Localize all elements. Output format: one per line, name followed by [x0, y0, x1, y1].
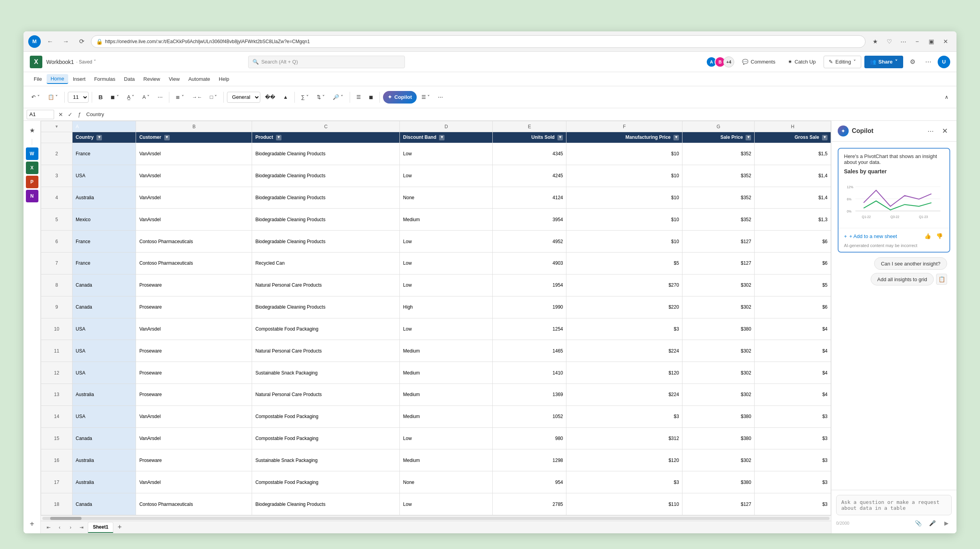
insert-function-button[interactable]: ƒ — [75, 110, 84, 119]
table-row[interactable]: 6FranceContoso PharmaceuticalsBiodegrada… — [41, 231, 831, 253]
table-row[interactable]: 2FranceVanArsdelBiodegradable Cleaning P… — [41, 143, 831, 165]
table-cell[interactable]: Medium — [400, 362, 493, 384]
table-row[interactable]: 5MexicoVanArsdelBiodegradable Cleaning P… — [41, 209, 831, 231]
table-cell[interactable]: 1052 — [493, 405, 566, 427]
table-row[interactable]: 10USAVanArsdelCompostable Food Packaging… — [41, 318, 831, 340]
table-cell[interactable]: $312 — [566, 427, 682, 449]
table-cell[interactable]: 1410 — [493, 362, 566, 384]
table-cell[interactable]: $10 — [566, 209, 682, 231]
table-cell[interactable]: $4 — [755, 362, 831, 384]
table-cell[interactable]: $3 — [755, 471, 831, 493]
table-cell[interactable]: Proseware — [136, 296, 252, 318]
table-cell[interactable]: High — [400, 296, 493, 318]
col-header-b[interactable]: B — [136, 121, 252, 132]
table-cell[interactable]: $10 — [566, 187, 682, 209]
table-row[interactable]: 4AustraliaVanArsdelBiodegradable Cleanin… — [41, 187, 831, 209]
table-cell[interactable]: $110 — [566, 493, 682, 515]
table-row[interactable]: 9CanadaProsewareBiodegradable Cleaning P… — [41, 296, 831, 318]
font-color-button[interactable]: A ˅ — [139, 90, 153, 104]
bold-button[interactable]: B — [95, 90, 106, 104]
filter-icon-customer[interactable]: ▼ — [164, 135, 170, 140]
browser-minimize-button[interactable]: − — [911, 35, 924, 48]
col-header-gross[interactable]: Gross Sale ▼ — [755, 132, 831, 143]
col-header-e[interactable]: E — [493, 121, 566, 132]
table-cell[interactable]: 1254 — [493, 318, 566, 340]
table-cell[interactable]: Biodegradable Cleaning Products — [252, 187, 400, 209]
table-cell[interactable]: VanArsdel — [136, 209, 252, 231]
menu-formulas[interactable]: Formulas — [90, 75, 119, 84]
sort-button[interactable]: ⇅ ˅ — [314, 90, 328, 104]
menu-automate[interactable]: Automate — [184, 75, 214, 84]
add-sheet-button[interactable]: + — [115, 523, 124, 532]
undo-button[interactable]: ↶ ˅ — [28, 90, 43, 104]
table-cell[interactable]: Medium — [400, 340, 493, 362]
table-cell[interactable]: $1,4 — [755, 187, 831, 209]
table-cell[interactable]: 4245 — [493, 165, 566, 187]
browser-refresh-button[interactable]: ⟳ — [75, 35, 88, 48]
font-size-select[interactable]: 11 — [68, 92, 89, 103]
view-toggle-btn[interactable]: ☰ ˅ — [418, 90, 434, 104]
col-header-units[interactable]: Units Sold ▼ — [493, 132, 566, 143]
table-cell[interactable]: VanArsdel — [136, 143, 252, 165]
table-row[interactable]: 17AustraliaVanArsdelCompostable Food Pac… — [41, 471, 831, 493]
table-cell[interactable]: Low — [400, 274, 493, 296]
table-cell[interactable]: Contoso Pharmaceuticals — [136, 231, 252, 253]
table-cell[interactable]: Contoso Pharmaceuticals — [136, 493, 252, 515]
table-cell[interactable]: USA — [73, 318, 136, 340]
browser-close-button[interactable]: ✕ — [939, 35, 952, 48]
table-cell[interactable]: VanArsdel — [136, 187, 252, 209]
table-cell[interactable]: $127 — [682, 253, 755, 274]
table-cell[interactable]: Biodegradable Cleaning Products — [252, 231, 400, 253]
table-cell[interactable]: 4952 — [493, 231, 566, 253]
col-header-c[interactable]: C — [252, 121, 400, 132]
table-cell[interactable]: 1990 — [493, 296, 566, 318]
table-cell[interactable]: $1,3 — [755, 209, 831, 231]
merge-button[interactable]: □ ˅ — [207, 90, 220, 104]
table-cell[interactable]: Australia — [73, 449, 136, 471]
table-row[interactable]: 13AustraliaProsewareNatural Personal Car… — [41, 384, 831, 405]
table-cell[interactable]: $4 — [755, 318, 831, 340]
search-bar[interactable]: 🔍 Search (Alt + Q) — [248, 56, 405, 68]
table-cell[interactable]: $10 — [566, 231, 682, 253]
table-cell[interactable]: Canada — [73, 493, 136, 515]
user-profile-avatar[interactable]: U — [938, 56, 950, 68]
table-cell[interactable]: $270 — [566, 274, 682, 296]
table-cell[interactable]: $224 — [566, 384, 682, 405]
table-cell[interactable]: VanArsdel — [136, 427, 252, 449]
table-cell[interactable]: $380 — [682, 405, 755, 427]
table-cell[interactable]: Biodegradable Cleaning Products — [252, 296, 400, 318]
browser-profile-avatar[interactable]: M — [28, 35, 41, 48]
see-another-insight-button[interactable]: Can I see another insight? — [874, 257, 947, 270]
table-cell[interactable]: 980 — [493, 427, 566, 449]
table-cell[interactable]: 1298 — [493, 449, 566, 471]
col-header-discount[interactable]: Discount Band ▼ — [400, 132, 493, 143]
table-row[interactable]: 7FranceContoso PharmaceuticalsRecycled C… — [41, 253, 831, 274]
thumbs-down-button[interactable]: 👎 — [935, 231, 944, 241]
table-row[interactable]: 15CanadaVanArsdelCompostable Food Packag… — [41, 427, 831, 449]
table-cell[interactable]: Compostable Food Packaging — [252, 318, 400, 340]
confirm-formula-button[interactable]: ✓ — [66, 110, 74, 119]
table-cell[interactable]: $6 — [755, 253, 831, 274]
table-cell[interactable]: $380 — [682, 471, 755, 493]
table-cell[interactable]: Medium — [400, 449, 493, 471]
col-header-g[interactable]: G — [682, 121, 755, 132]
table-cell[interactable]: Recycled Can — [252, 253, 400, 274]
table-cell[interactable]: Natural Personal Care Products — [252, 384, 400, 405]
filter-icon-sale[interactable]: ▼ — [746, 135, 751, 140]
number-format-btn[interactable]: �� — [262, 90, 278, 104]
table-row[interactable]: 14USAVanArsdelCompostable Food Packaging… — [41, 405, 831, 427]
borders-button[interactable]: ◼ ˅ — [107, 90, 122, 104]
sum-button[interactable]: ∑ ˅ — [298, 90, 312, 104]
col-header-product[interactable]: Product ▼ — [252, 132, 400, 143]
table-cell[interactable]: $3 — [566, 405, 682, 427]
sidebar-apps-button[interactable]: ★ — [26, 124, 38, 136]
cell-reference-box[interactable]: A1 — [27, 110, 54, 119]
scroll-thumb[interactable] — [50, 517, 82, 520]
table-row[interactable]: 11USAProsewareNatural Personal Care Prod… — [41, 340, 831, 362]
menu-file[interactable]: File — [30, 75, 46, 84]
copilot-ribbon-button[interactable]: ✦ Copilot — [383, 91, 417, 104]
menu-insert[interactable]: Insert — [69, 75, 90, 84]
sidebar-powerpoint-button[interactable]: P — [26, 176, 38, 188]
table-cell[interactable]: Biodegradable Cleaning Products — [252, 143, 400, 165]
table-cell[interactable]: Compostable Food Packaging — [252, 405, 400, 427]
